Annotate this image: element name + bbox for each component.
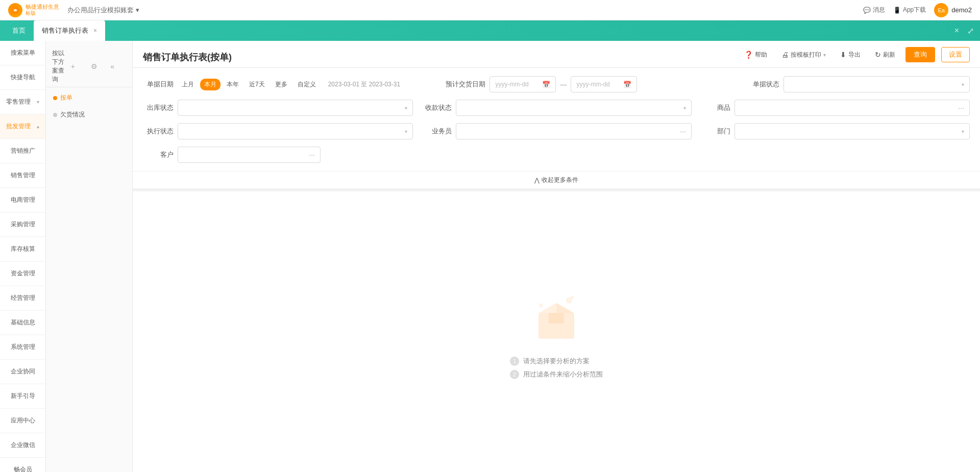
collapse-bar[interactable]: ⋀ 收起更多条件 [133,171,980,188]
help-button[interactable]: ❓ 帮助 [740,49,771,61]
logo-icon [8,3,22,17]
date-btn-more[interactable]: 更多 [271,79,291,90]
query-button[interactable]: 查询 [905,47,935,62]
page-title: 销售订单执行表(按单) [143,51,232,63]
empty-hint-1-text: 请先选择要分析的方案 [523,357,590,366]
sidebar-item-operations[interactable]: 经营管理 [0,286,45,311]
top-header: 畅捷通好生意 标版 办公用品行业模拟账套 ▾ 💬 消息 📱 App下载 Ea d… [0,0,980,20]
tab-sales-order[interactable]: 销售订单执行表 × [34,20,105,41]
sidebar-item-inventory[interactable]: 库存核算 [0,237,45,262]
filter-row-1: 单据日期 上月 本月 本年 近7天 更多 自定义 2023-03-01 至 20… [143,76,970,92]
sidebar-inventory-label: 库存核算 [11,245,35,253]
filter-row-2: 出库状态 ▾ 收款状态 ▾ 商品 [143,100,970,116]
date-btn-last-month[interactable]: 上月 [178,79,198,90]
date-btn-custom[interactable]: 自定义 [293,79,320,90]
empty-hint-2: 2 用过滤条件来缩小分析范围 [510,370,603,379]
sidebar-item-sales[interactable]: 销售管理 [0,163,45,188]
tab-home[interactable]: 首页 [4,20,34,41]
salesperson-ellipsis[interactable]: ··· [680,127,686,135]
date-separator: — [560,81,567,88]
left-panel-settings-button[interactable]: ⚙ [90,61,107,72]
by-order-dot [53,96,57,100]
dept-arrow: ▾ [962,129,964,134]
out-status-select[interactable]: ▾ [178,100,413,116]
date-btn-this-year[interactable]: 本年 [223,79,243,90]
export-icon: ⬇ [840,51,846,59]
calendar-icon-end: 📅 [623,81,631,88]
svg-marker-3 [556,303,574,313]
export-button[interactable]: ⬇ 导出 [836,49,865,61]
date-btn-7days[interactable]: 近7天 [245,79,269,90]
app-download-button[interactable]: 📱 App下载 [893,6,926,14]
user-name: demo2 [951,6,972,14]
user-profile[interactable]: Ea demo2 [934,3,972,17]
collect-status-select[interactable]: ▾ [456,100,691,116]
sidebar-finance-label: 资金管理 [11,269,35,278]
salesperson-label: 业务员 [421,127,452,136]
goods-input[interactable]: ··· [734,100,970,116]
date-range-text: 2023-03-01 至 2023-03-31 [328,80,400,89]
sidebar-search[interactable]: 搜索菜单 [0,41,45,65]
message-button[interactable]: 💬 消息 [863,6,885,14]
filter-row-4: 客户 ··· [143,147,970,163]
customer-input[interactable]: ··· [178,147,321,163]
collect-status-arrow: ▾ [683,105,686,111]
doc-status-select[interactable]: ▾ [783,76,970,92]
expected-date-start-input[interactable]: yyyy-mm-dd 📅 [489,76,556,92]
print-button[interactable]: 🖨 按模板打印 ▾ [777,49,830,61]
sidebar-item-guide[interactable]: 新手引导 [0,384,45,409]
sidebar-item-basic[interactable]: 基础信息 [0,311,45,335]
sidebar-item-member[interactable]: 畅会员 [0,458,45,472]
message-icon: 💬 [863,7,871,14]
left-panel-collapse-button[interactable]: « [109,61,126,72]
customer-ellipsis[interactable]: ··· [309,151,315,159]
active-tab-label: 销售订单执行表 [42,26,88,35]
goods-label: 商品 [700,103,730,112]
goods-ellipsis[interactable]: ··· [958,104,964,112]
svg-rect-4 [549,313,564,323]
left-panel-add-button[interactable]: + [70,61,87,72]
help-label: 帮助 [755,51,767,59]
sidebar-item-enterprise[interactable]: 企业协同 [0,360,45,384]
sidebar-item-retail[interactable]: 零售管理 ▾ [0,90,45,114]
expected-date-end-input[interactable]: yyyy-mm-dd 📅 [571,76,637,92]
sidebar-item-purchase[interactable]: 采购管理 [0,213,45,237]
exec-status-select[interactable]: ▾ [178,123,413,139]
left-panel-item-by-order[interactable]: 按单 [46,89,132,106]
logo-area: 畅捷通好生意 标版 [8,3,59,17]
tab-minimize-button[interactable]: × [952,24,961,37]
print-icon: 🖨 [781,51,789,59]
sidebar-item-wholesale[interactable]: 批发管理 ▴ [0,114,45,139]
content-area: 销售订单执行表(按单) ❓ 帮助 🖨 按模板打印 ▾ ⬇ 导出 ↻ 刷新 [133,41,980,472]
sidebar-shortcut[interactable]: 快捷导航 [0,65,45,90]
sidebar-item-marketing[interactable]: 营销推广 [0,139,45,163]
sidebar-search-label: 搜索菜单 [11,49,35,57]
sidebar-item-finance[interactable]: 资金管理 [0,262,45,286]
tab-maximize-button[interactable]: ⤢ [965,24,976,38]
expected-end-placeholder: yyyy-mm-dd [576,81,621,88]
tab-close-icon[interactable]: × [93,27,97,34]
sidebar-item-ecommerce[interactable]: 电商管理 [0,188,45,213]
sidebar-basic-label: 基础信息 [11,318,35,327]
export-label: 导出 [848,51,861,59]
app-selector[interactable]: 办公用品行业模拟账套 ▾ [63,4,143,17]
date-btn-this-month[interactable]: 本月 [200,79,220,90]
left-panel-item-backorder[interactable]: 欠货情况 [46,106,132,123]
sidebar-item-system[interactable]: 系统管理 [0,335,45,360]
sidebar-item-appstore[interactable]: 应用中心 [0,409,45,433]
setting-button[interactable]: 设置 [941,47,970,62]
expected-start-placeholder: yyyy-mm-dd [495,81,540,88]
print-label: 按模板打印 [791,51,821,59]
customer-label: 客户 [143,150,174,159]
sidebar-system-label: 系统管理 [11,343,35,351]
refresh-button[interactable]: ↻ 刷新 [871,49,899,61]
dept-select[interactable]: ▾ [734,123,970,139]
help-icon: ❓ [744,51,753,59]
header-right: 💬 消息 📱 App下载 Ea demo2 [863,3,972,17]
sidebar-item-weixin[interactable]: 企业微信 [0,433,45,458]
sidebar-appstore-label: 应用中心 [11,416,35,425]
sidebar-shortcut-label: 快捷导航 [11,73,35,82]
app-download-label: App下载 [903,6,926,14]
salesperson-input[interactable]: ··· [456,123,691,139]
app-selector-label: 办公用品行业模拟账套 [67,6,134,15]
